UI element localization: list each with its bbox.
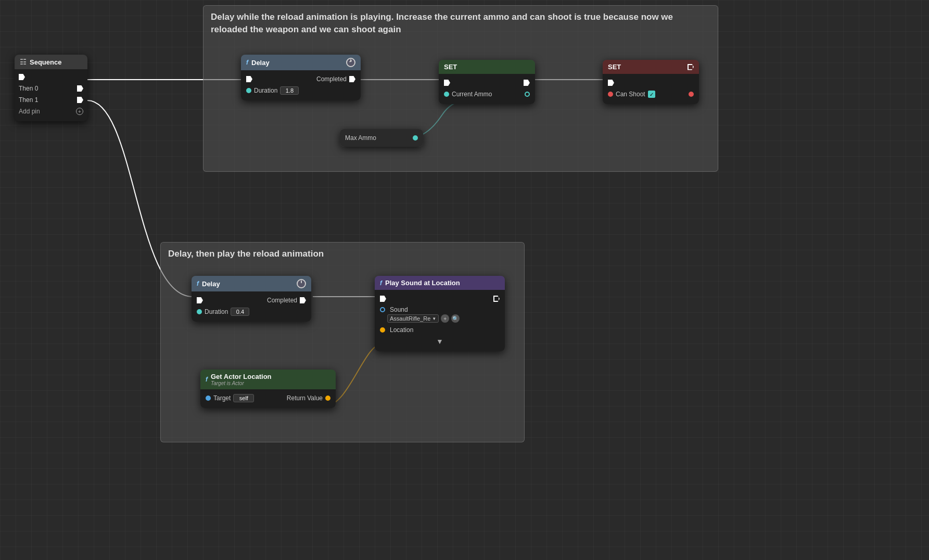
add-pin-icon[interactable]: + [76,108,83,115]
play-sound-search-btn[interactable]: 🔍 [451,314,460,323]
set-can-shoot-node: SET Can Shoot ✓ [603,60,699,104]
sequence-then0-row: Then 0 [19,83,83,94]
set-shoot-header: SET [603,60,699,74]
play-sound-node: f Play Sound at Location Sound AssaultRi… [375,276,505,351]
can-shoot-checkbox[interactable]: ✓ [648,91,655,98]
max-ammo-pin [413,135,418,141]
set-ammo-label: Current Ammo [452,91,492,98]
get-actor-subtitle: Target is Actor [211,380,272,386]
play-sound-location-pin [380,327,385,333]
add-pin-row[interactable]: Add pin + [19,106,83,117]
delay1-duration-input[interactable] [280,86,299,95]
max-ammo-row: Max Ammo [345,132,418,144]
sequence-then1-row: Then 1 [19,94,83,106]
delay2-header: f Delay [192,276,311,291]
max-ammo-node: Max Ammo [340,129,423,147]
comment-title-1: Delay while the reload animation is play… [203,6,718,40]
play-sound-func-icon: f [380,279,382,287]
set-ammo-header: SET [439,60,535,74]
delay2-exec-row: Completed [197,295,306,306]
delay2-duration-row: Duration [197,306,306,317]
get-actor-target-row: Target Return Value [206,392,330,404]
delay2-duration-pin [197,309,202,314]
delay2-title: Delay [202,280,220,288]
delay-node-2: f Delay Completed Duration [192,276,311,322]
play-sound-location-label: Location [390,326,413,334]
get-actor-title: Get Actor Location [211,373,272,380]
play-sound-title: Play Sound at Location [385,279,460,287]
play-sound-exec-in [380,296,386,302]
get-actor-return-pin [325,396,330,401]
comment-title-2: Delay, then play the reload animation [161,243,524,264]
play-sound-sound-value: AssaultRifle_Re [390,315,430,322]
delay2-body: Completed Duration [192,291,311,322]
delay1-body: Completed Duration [241,70,361,100]
set-shoot-value-row: Can Shoot ✓ [608,88,694,100]
play-sound-body: Sound AssaultRifle_Re ▼ + 🔍 Location ▼ [375,290,505,351]
delay1-duration-row: Duration [246,85,355,96]
delay2-func-icon: f [197,280,199,287]
get-actor-target-input[interactable] [233,394,254,402]
delay2-duration-label: Duration [205,308,228,315]
set-shoot-out-pin [689,92,694,97]
then0-label: Then 0 [19,85,38,92]
sequence-node: ☷ Sequence Then 0 Then 1 Add pin + [15,55,87,121]
delay1-title: Delay [251,59,270,67]
play-sound-add-btn[interactable]: + [441,314,449,323]
then1-label: Then 1 [19,96,38,104]
get-actor-return-label: Return Value [287,394,323,402]
set-ammo-out-pin [525,92,530,97]
set-shoot-label: Can Shoot [616,91,645,98]
delay1-func-icon: f [246,59,248,66]
play-sound-sound-pin [380,307,385,312]
add-pin-label: Add pin [19,108,40,115]
delay-node-1: f Delay Completed Duration [241,55,361,100]
delay1-exec-in [246,76,252,82]
delay2-exec-out [300,297,306,303]
set-ammo-exec-in [444,80,450,86]
delay1-duration-label: Duration [254,87,277,94]
clock-icon-2 [297,279,306,288]
set-ammo-in-pin [444,92,449,97]
delay1-header: f Delay [241,55,361,70]
get-actor-header: f Get Actor Location Target is Actor [200,370,336,389]
dropdown-arrow: ▼ [432,316,436,321]
play-sound-sound-row: Sound AssaultRifle_Re ▼ + 🔍 [380,304,500,324]
expand-icon[interactable]: ▼ [436,337,443,346]
set-ammo-exec-row [444,77,530,88]
get-actor-location-node: f Get Actor Location Target is Actor Tar… [200,370,336,408]
set-ammo-title: SET [444,63,457,71]
get-actor-body: Target Return Value [200,389,336,408]
sequence-header: ☷ Sequence [15,55,87,69]
delay1-exec-row: Completed [246,73,355,85]
set-shoot-in-pin [608,92,613,97]
set-ammo-exec-out [524,80,530,86]
set-shoot-exec-in [608,80,614,86]
play-sound-expand-row[interactable]: ▼ [380,336,500,347]
play-sound-exec-row [380,293,500,304]
max-ammo-body: Max Ammo [340,129,423,147]
set-shoot-exec-row [608,77,694,88]
clock-icon-1 [346,58,355,67]
sequence-label: Sequence [30,58,61,66]
set-shoot-body: Can Shoot ✓ [603,74,699,104]
set-shoot-exec-out [688,64,694,70]
play-sound-header: f Play Sound at Location [375,276,505,290]
delay2-exec-in [197,297,203,303]
sequence-exec-in [19,71,83,83]
play-sound-sound-dropdown[interactable]: AssaultRifle_Re ▼ [387,314,439,323]
set-shoot-title: SET [608,63,621,71]
set-current-ammo-node: SET Current Ammo [439,60,535,104]
delay1-duration-pin [246,88,251,93]
play-sound-sound-label: Sound [390,306,408,313]
max-ammo-label: Max Ammo [345,134,376,142]
delay1-exec-out [349,76,355,82]
set-ammo-value-row: Current Ammo [444,88,530,100]
get-actor-target-pin [206,396,211,401]
set-ammo-body: Current Ammo [439,74,535,104]
delay2-duration-input[interactable] [231,308,249,316]
get-actor-target-label: Target [213,394,231,402]
play-sound-exec-out [493,296,500,302]
play-sound-location-row: Location [380,324,500,336]
delay1-completed-label: Completed [316,75,347,83]
